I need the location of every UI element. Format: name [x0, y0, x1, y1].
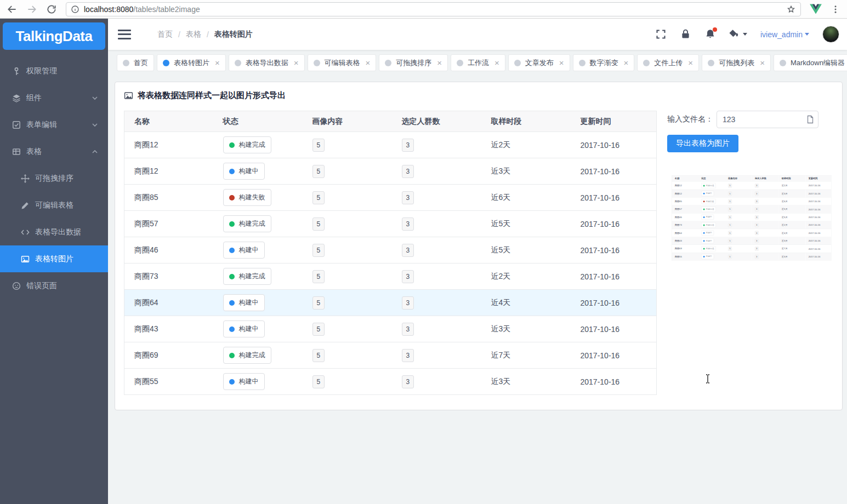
export-table-button[interactable]: 导出表格为图片	[667, 135, 738, 152]
tab[interactable]: 文件上传 ×	[637, 54, 699, 71]
forward-icon[interactable]	[26, 4, 37, 15]
status-badge: 构建中	[223, 163, 265, 180]
sidebar-toggle-icon[interactable]	[118, 30, 131, 39]
tab-label: 表格导出数据	[246, 58, 288, 68]
tab-close-icon[interactable]: ×	[437, 59, 442, 67]
refresh-icon[interactable]	[46, 4, 57, 15]
back-icon[interactable]	[7, 4, 18, 15]
cell-name: 商圈55	[124, 369, 213, 395]
status-dot-icon	[229, 379, 235, 385]
notifications-bell-icon[interactable]	[704, 28, 716, 40]
bookmark-star-icon[interactable]	[786, 4, 796, 14]
browser-menu-icon[interactable]	[831, 4, 840, 14]
people-count-box: 3	[402, 244, 414, 257]
portrait-count-box: 5	[312, 270, 325, 283]
breadcrumb-tables[interactable]: 表格	[186, 30, 201, 39]
sidebar-item-drag-sort[interactable]: 可拖拽排序	[0, 165, 108, 192]
user-menu[interactable]: iview_admin	[760, 30, 809, 39]
cell-update: 2017-10-16	[571, 132, 657, 158]
sidebar-item-tables[interactable]: 表格	[0, 138, 108, 165]
tab[interactable]: 表格转图片 ×	[157, 54, 226, 71]
tab-dot-icon	[514, 60, 521, 66]
tab-close-icon[interactable]: ×	[624, 59, 629, 67]
tab-close-icon[interactable]: ×	[760, 59, 765, 67]
status-dot-icon	[229, 327, 235, 332]
table-row: 商圈85 构建失败 5 3 近6天 2017-10-16	[124, 185, 657, 211]
theme-switcher[interactable]	[729, 28, 747, 40]
portrait-count-box: 5	[312, 139, 325, 152]
tab[interactable]: 首页	[117, 54, 154, 71]
cell-name: 商圈73	[124, 264, 213, 290]
tab-label: 文章发布	[525, 58, 554, 68]
lock-icon[interactable]	[680, 28, 691, 40]
document-icon	[806, 115, 815, 124]
tab-label: Markdown编辑器	[791, 58, 845, 68]
breadcrumb-home[interactable]: 首页	[157, 30, 173, 39]
cell-update: 2017-10-16	[571, 342, 657, 369]
tab-close-icon[interactable]: ×	[294, 59, 299, 67]
cell-period: 近6天	[481, 185, 571, 211]
tab-close-icon[interactable]: ×	[559, 59, 564, 67]
people-count-box: 3	[402, 270, 414, 283]
sidebar-item-form-edit[interactable]: 表单编辑	[0, 111, 108, 138]
sidebar-item-components[interactable]: 组件	[0, 84, 108, 111]
fullscreen-icon[interactable]	[655, 28, 667, 40]
sidebar-item-error-pages[interactable]: 错误页面	[0, 272, 108, 299]
status-badge: 构建中	[223, 242, 265, 259]
tab[interactable]: 文章发布 ×	[508, 54, 570, 71]
tab[interactable]: 工作流 ×	[451, 54, 505, 71]
caret-down-icon	[805, 33, 809, 36]
tab-close-icon[interactable]: ×	[215, 59, 220, 67]
status-label: 构建失败	[239, 193, 265, 202]
portrait-count-box: 5	[312, 323, 325, 336]
status-label: 构建中	[239, 377, 259, 386]
cell-portrait: 5	[303, 237, 392, 264]
people-count-box: 3	[402, 217, 414, 231]
cell-people: 3	[392, 290, 481, 316]
cell-people: 3	[392, 158, 481, 185]
sidebar-item-editable-table[interactable]: 可编辑表格	[0, 192, 108, 219]
tab[interactable]: 数字渐变 ×	[573, 54, 635, 71]
tab[interactable]: 可拖拽排序 ×	[379, 54, 448, 71]
cell-period: 近5天	[481, 237, 571, 264]
tab[interactable]: 可编辑表格 ×	[308, 54, 377, 71]
tab-label: 文件上传	[654, 58, 683, 68]
status-badge: 构建中	[223, 320, 265, 337]
sidebar-item-permissions[interactable]: 权限管理	[0, 58, 108, 84]
tab-label: 工作流	[468, 58, 489, 68]
export-preview-image: 名称 状态 画像内容 选定人群数 取样时段 更新时间 商圈12	[667, 169, 836, 263]
table-row: 商圈64 构建中 5 3 近4天 2017-10-16	[124, 290, 657, 316]
sidebar-item-table-export[interactable]: 表格导出数据	[0, 219, 108, 245]
table-row: 商圈57 构建完成 5 3 近5天 2017-10-16	[124, 211, 657, 237]
cell-update: 2017-10-16	[571, 185, 657, 211]
vue-devtools-icon[interactable]	[810, 4, 822, 14]
tab-close-icon[interactable]: ×	[688, 59, 693, 67]
page-info-icon[interactable]	[71, 5, 79, 14]
filename-input[interactable]	[717, 111, 818, 128]
table-row: 商圈69 构建完成 5 3 近7天 2017-10-16	[124, 342, 657, 369]
tab-close-icon[interactable]: ×	[494, 59, 499, 67]
portrait-count-box: 5	[312, 165, 325, 178]
chevron-down-icon	[92, 122, 98, 128]
portrait-count-box: 5	[312, 191, 325, 204]
table-header-row: 名称 状态 画像内容 选定人群数 取样时段 更新时间	[124, 111, 657, 132]
address-bar[interactable]: localhost:8080/tables/table2image	[66, 2, 801, 16]
tab-bar: 首页 表格转图片 × 表格导出数据 × 可编辑表格 × 可拖拽排序 × 工作流 …	[108, 50, 847, 73]
preview-table-clone: 名称 状态 画像内容 选定人群数 取样时段 更新时间 商圈12	[672, 175, 832, 261]
tab[interactable]: 可拖拽列表 ×	[702, 54, 771, 71]
status-badge: 构建失败	[223, 189, 271, 206]
tab-label: 表格转图片	[174, 58, 209, 68]
tab-close-icon[interactable]: ×	[366, 59, 371, 67]
tab-label: 可拖拽列表	[719, 58, 754, 68]
avatar[interactable]	[822, 26, 839, 43]
tab-dot-icon	[457, 60, 463, 66]
status-label: 构建中	[239, 167, 259, 176]
sidebar-item-table2image[interactable]: 表格转图片	[0, 245, 108, 272]
portrait-count-box: 5	[312, 349, 325, 362]
sidebar: TalkingData 权限管理 组件 表单编辑 表格	[0, 19, 108, 504]
cell-status: 构建失败	[213, 185, 303, 211]
cell-update: 2017-10-16	[571, 369, 657, 395]
tab[interactable]: 表格导出数据 ×	[229, 54, 305, 71]
tab[interactable]: Markdown编辑器 ×	[774, 54, 847, 71]
caret-down-icon	[743, 33, 747, 36]
